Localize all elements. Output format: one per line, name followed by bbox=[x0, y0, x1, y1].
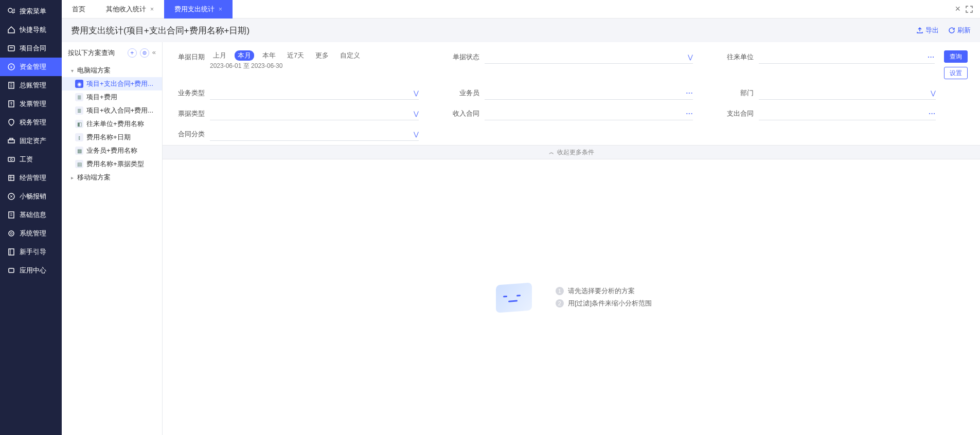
sidebar-item-invoice[interactable]: 发票管理 bbox=[0, 95, 62, 113]
svg-rect-6 bbox=[8, 140, 14, 143]
date-opt-custom[interactable]: 自定义 bbox=[337, 50, 363, 61]
chevron-down-icon: ⋁ bbox=[414, 131, 419, 138]
tab-label: 其他收入统计 bbox=[106, 5, 146, 14]
sidebar-item-search[interactable]: 搜索菜单 bbox=[0, 2, 62, 21]
close-icon[interactable]: × bbox=[150, 6, 154, 13]
more-icon: ··· bbox=[928, 53, 935, 61]
caret-down-icon: ▾ bbox=[67, 68, 77, 74]
operator-input[interactable]: ··· bbox=[485, 86, 693, 100]
biztype-select[interactable]: ⋁ bbox=[210, 86, 419, 100]
plan-item-3[interactable]: ◧往来单位+费用名称 bbox=[62, 117, 162, 131]
sidebar-item-salary[interactable]: 工资 bbox=[0, 150, 62, 169]
sidebar-item-info[interactable]: 基础信息 bbox=[0, 206, 62, 224]
plan-item-6[interactable]: ▤费用名称+票据类型 bbox=[62, 157, 162, 171]
settings-button[interactable]: 设置 bbox=[944, 67, 968, 79]
salary-icon bbox=[7, 155, 15, 164]
plan-item-1[interactable]: ≣项目+费用 bbox=[62, 90, 162, 104]
svg-text:¥: ¥ bbox=[10, 65, 12, 69]
plan-settings-button[interactable] bbox=[140, 48, 149, 58]
plan-item-label: 项目+收入合同+费用... bbox=[86, 106, 158, 115]
date-opt-thismonth[interactable]: 本月 bbox=[235, 50, 254, 61]
date-opt-7days[interactable]: 近7天 bbox=[284, 50, 307, 61]
plan-item-4[interactable]: ⫿费用名称+日期 bbox=[62, 131, 162, 144]
plan-item-2[interactable]: ≣项目+收入合同+费用... bbox=[62, 104, 162, 117]
sidebar-label: 工资 bbox=[20, 155, 33, 164]
sidebar-item-expense[interactable]: 小畅报销 bbox=[0, 187, 62, 206]
more-icon: ··· bbox=[686, 110, 693, 117]
field-label: 合同分类 bbox=[175, 128, 205, 139]
add-plan-button[interactable]: + bbox=[128, 48, 137, 58]
export-label: 导出 bbox=[925, 26, 939, 35]
sidebar-item-asset[interactable]: 固定资产 bbox=[0, 132, 62, 150]
info-icon bbox=[7, 211, 15, 219]
contract-cls-select[interactable]: ⋁ bbox=[210, 128, 419, 141]
money-icon: ¥ bbox=[7, 63, 15, 71]
svg-rect-12 bbox=[9, 212, 14, 218]
empty-state: 1请先选择要分析的方案 2用[过滤]条件来缩小分析范围 bbox=[163, 159, 980, 435]
plan-group-mobile[interactable]: ▸移动端方案 bbox=[62, 171, 162, 184]
tab-label: 首页 bbox=[72, 5, 85, 14]
plan-item-0[interactable]: ◉项目+支出合同+费用... bbox=[62, 77, 162, 90]
gear-icon bbox=[142, 50, 147, 56]
filter-contract-cls: 合同分类 ⋁ bbox=[175, 128, 419, 141]
sidebar-label: 快捷导航 bbox=[20, 25, 46, 34]
plan-item-label: 费用名称+日期 bbox=[86, 133, 158, 142]
sidebar-label: 应用中心 bbox=[20, 266, 46, 275]
plan-group-desktop[interactable]: ▾电脑端方案 bbox=[62, 64, 162, 77]
caret-right-icon: ▸ bbox=[67, 175, 77, 180]
tab-other-income[interactable]: 其他收入统计× bbox=[96, 0, 164, 19]
chevron-down-icon: ⋁ bbox=[414, 89, 419, 97]
operate-icon bbox=[7, 174, 15, 182]
filter-contract-in: 收入合同 ··· bbox=[450, 107, 693, 120]
svg-point-13 bbox=[9, 231, 14, 236]
svg-point-0 bbox=[8, 8, 12, 12]
sidebar-item-funds[interactable]: ¥资金管理 bbox=[0, 58, 62, 76]
dept-select[interactable]: ⋁ bbox=[759, 86, 936, 100]
receipt-select[interactable]: ⋁ bbox=[210, 107, 419, 120]
date-range-value: 2023-06-01 至 2023-06-30 bbox=[210, 62, 419, 70]
svg-point-14 bbox=[10, 232, 12, 234]
chevron-down-icon: ⋁ bbox=[414, 110, 419, 117]
contract-in-input[interactable]: ··· bbox=[485, 107, 693, 120]
date-opt-thisyear[interactable]: 本年 bbox=[259, 50, 279, 61]
export-button[interactable]: 导出 bbox=[916, 26, 939, 35]
sidebar-item-system[interactable]: 系统管理 bbox=[0, 224, 62, 243]
sidebar-item-operate[interactable]: 经营管理 bbox=[0, 169, 62, 187]
svg-point-9 bbox=[10, 158, 12, 160]
field-label: 部门 bbox=[724, 86, 754, 98]
svg-rect-15 bbox=[9, 249, 14, 255]
app-icon bbox=[7, 266, 15, 275]
date-opt-lastmonth[interactable]: 上月 bbox=[210, 50, 229, 61]
plan-item-label: 项目+支出合同+费用... bbox=[86, 79, 158, 88]
chevron-up-icon: ︽ bbox=[549, 149, 554, 156]
plan-group-label: 电脑端方案 bbox=[77, 66, 158, 75]
close-all-icon[interactable]: × bbox=[955, 4, 960, 14]
tab-home[interactable]: 首页 bbox=[62, 0, 96, 19]
sidebar-item-app[interactable]: 应用中心 bbox=[0, 261, 62, 280]
collapse-plan-button[interactable]: « bbox=[152, 48, 156, 58]
status-select[interactable]: ⋁ bbox=[485, 50, 693, 64]
query-button[interactable]: 查询 bbox=[944, 50, 968, 63]
tab-expense-stat[interactable]: 费用支出统计× bbox=[164, 0, 233, 19]
sidebar-item-guide[interactable]: 新手引导 bbox=[0, 243, 62, 261]
refresh-button[interactable]: 刷新 bbox=[948, 26, 971, 35]
plan-heading: 按以下方案查询 bbox=[68, 48, 115, 58]
filter-dept: 部门 ⋁ bbox=[724, 86, 936, 100]
filter-biz-type: 业务类型 ⋁ bbox=[175, 86, 419, 100]
plan-item-label: 项目+费用 bbox=[86, 93, 158, 102]
close-icon[interactable]: × bbox=[219, 6, 222, 13]
sidebar-item-project[interactable]: 项目合同 bbox=[0, 39, 62, 58]
tab-label: 费用支出统计 bbox=[174, 5, 215, 14]
hint-text-1: 请先选择要分析的方案 bbox=[568, 286, 635, 296]
collapse-filters-button[interactable]: ︽ 收起更多条件 bbox=[163, 145, 980, 159]
sidebar-item-tax[interactable]: 税务管理 bbox=[0, 113, 62, 132]
date-opt-more[interactable]: 更多 bbox=[312, 50, 332, 61]
sidebar-item-ledger[interactable]: 总账管理 bbox=[0, 76, 62, 95]
plan-item-5[interactable]: ▦业务员+费用名称 bbox=[62, 144, 162, 157]
contract-out-input[interactable]: ··· bbox=[759, 107, 936, 120]
collapse-label: 收起更多条件 bbox=[557, 148, 594, 157]
field-label: 单据状态 bbox=[450, 50, 479, 62]
fullscreen-icon[interactable] bbox=[966, 6, 973, 13]
party-input[interactable]: ··· bbox=[759, 50, 935, 64]
sidebar-item-quicknav[interactable]: 快捷导航 bbox=[0, 21, 62, 39]
